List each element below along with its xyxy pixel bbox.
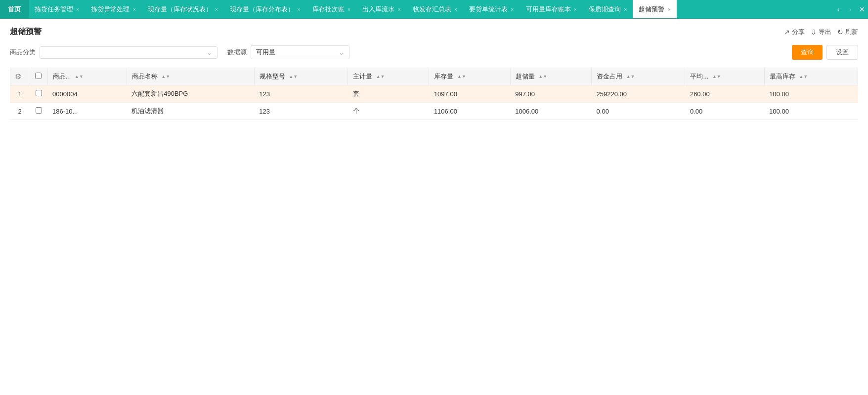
nav-tab-label: 现存量（库存状况表）	[148, 5, 212, 14]
nav-tab-close[interactable]: ×	[624, 6, 627, 12]
nav-tab-label: 收发存汇总表	[413, 5, 451, 14]
row-checkbox-cell	[30, 103, 47, 120]
unit-cell: 套	[348, 85, 429, 103]
max-stock-sort-icon: ▲▼	[799, 75, 808, 79]
nav-tab-label: 要货单统计表	[469, 5, 508, 14]
nav-tab-close[interactable]: ×	[454, 6, 457, 12]
nav-tab-label: 可用量库存账本	[526, 5, 571, 14]
category-filter: 商品分类 ⌄	[10, 46, 217, 59]
row-checkbox[interactable]	[36, 107, 42, 114]
stock-header[interactable]: 库存量 ▲▼	[429, 68, 510, 85]
nav-tab-close[interactable]: ×	[397, 6, 400, 12]
nav-home-label: 首页	[8, 5, 21, 14]
gear-icon[interactable]: ⚙	[15, 72, 21, 80]
overstock-header[interactable]: 超储量 ▲▼	[510, 68, 591, 85]
category-label: 商品分类	[10, 48, 36, 57]
spec-header[interactable]: 规格型号 ▲▼	[254, 68, 347, 85]
nav-tab-pick-exception[interactable]: 拣货异常处理×	[85, 0, 141, 19]
nav-arrows: ‹ › ✕	[832, 0, 868, 19]
unit-label: 主计量	[353, 73, 372, 80]
settings-button[interactable]: 设置	[826, 45, 858, 60]
spec-cell: 123	[254, 103, 347, 120]
max-stock-label: 最高库存	[770, 73, 795, 80]
nav-tab-label: 超储预警	[639, 5, 664, 14]
share-label: 分享	[792, 28, 805, 37]
share-button[interactable]: ↗ 分享	[784, 28, 805, 37]
overstock-label: 超储量	[516, 73, 535, 80]
nav-next-button[interactable]: ›	[844, 0, 856, 19]
nav-tab-close[interactable]: ×	[76, 6, 79, 12]
product-name-cell: 机油滤清器	[127, 103, 254, 120]
overstock-cell: 1006.00	[510, 103, 591, 120]
spec-sort-icon: ▲▼	[289, 75, 298, 79]
nav-prev-button[interactable]: ‹	[832, 0, 844, 19]
row-checkbox-cell	[30, 85, 47, 103]
query-button[interactable]: 查询	[792, 45, 823, 60]
nav-tab-available-book[interactable]: 可用量库存账本×	[520, 0, 583, 19]
data-table: ⚙ 商品... ▲▼ 商品名称 ▲▼ 规格型号 ▲▼ 主计	[10, 68, 858, 120]
nav-tab-label: 库存批次账	[312, 5, 345, 14]
stock-sort-icon: ▲▼	[457, 75, 466, 79]
table-row: 2 186-10... 机油滤清器 123 个 1106.00 1006.00 …	[10, 103, 858, 120]
header-actions: ↗ 分享 ⇩ 导出 ↻ 刷新	[784, 28, 858, 37]
nav-tab-inout-flow[interactable]: 出入库流水×	[356, 0, 406, 19]
select-all-checkbox[interactable]	[35, 73, 42, 79]
product-code-label: 商品...	[53, 73, 71, 80]
export-button[interactable]: ⇩ 导出	[811, 28, 831, 37]
nav-tab-order-stat[interactable]: 要货单统计表×	[463, 0, 520, 19]
max-stock-cell: 100.00	[764, 103, 858, 120]
nav-tab-label: 保质期查询	[589, 5, 621, 14]
datasource-filter: 数据源 可用量 ⌄	[227, 45, 349, 59]
category-arrow-icon: ⌄	[207, 49, 212, 56]
filter-row: 商品分类 ⌄ 数据源 可用量 ⌄ 查询 设置	[10, 45, 858, 60]
overstock-cell: 997.00	[510, 85, 591, 103]
nav-tab-pick-task[interactable]: 拣货任务管理×	[29, 0, 85, 19]
avg-sort-icon: ▲▼	[712, 75, 721, 79]
nav-tab-inventory-dist[interactable]: 现存量（库存分布表）×	[224, 0, 306, 19]
nav-tab-batch-account[interactable]: 库存批次账×	[306, 0, 356, 19]
nav-home[interactable]: 首页	[0, 0, 29, 19]
refresh-icon: ↻	[837, 28, 843, 36]
nav-tab-close[interactable]: ×	[511, 6, 514, 12]
row-number: 2	[10, 103, 30, 120]
avg-header[interactable]: 平均... ▲▼	[685, 68, 764, 85]
nav-tab-inventory-status[interactable]: 现存量（库存状况表）×	[142, 0, 224, 19]
datasource-select[interactable]: 可用量 ⌄	[251, 45, 349, 59]
datasource-label: 数据源	[227, 48, 247, 57]
product-code-sort-icon: ▲▼	[75, 75, 84, 79]
share-icon: ↗	[784, 28, 790, 36]
nav-tab-close[interactable]: ×	[132, 6, 135, 12]
max-stock-header[interactable]: 最高库存 ▲▼	[764, 68, 858, 85]
refresh-label: 刷新	[845, 28, 858, 37]
nav-tab-close[interactable]: ×	[667, 6, 670, 12]
nav-tab-close[interactable]: ×	[215, 6, 218, 12]
stock-cell: 1106.00	[429, 103, 510, 120]
nav-tab-expiry-query[interactable]: 保质期查询×	[583, 0, 633, 19]
product-code-header[interactable]: 商品... ▲▼	[47, 68, 127, 85]
nav-close-button[interactable]: ✕	[856, 0, 868, 19]
product-code-cell: 186-10...	[47, 103, 127, 120]
row-checkbox[interactable]	[36, 90, 42, 96]
spec-cell: 123	[254, 85, 347, 103]
avg-label: 平均...	[690, 73, 708, 80]
category-select[interactable]: ⌄	[40, 46, 217, 59]
stock-cell: 1097.00	[429, 85, 510, 103]
nav-tab-close[interactable]: ×	[347, 6, 350, 12]
product-name-header[interactable]: 商品名称 ▲▼	[127, 68, 254, 85]
checkbox-column-header	[30, 68, 47, 85]
refresh-button[interactable]: ↻ 刷新	[837, 28, 858, 37]
nav-tab-overstock-warning[interactable]: 超储预警×	[633, 0, 676, 19]
nav-tab-label: 拣货任务管理	[35, 5, 73, 14]
nav-tab-collect-summary[interactable]: 收发存汇总表×	[407, 0, 463, 19]
export-label: 导出	[819, 28, 831, 37]
unit-header[interactable]: 主计量 ▲▼	[348, 68, 429, 85]
capital-label: 资金占用	[597, 73, 622, 80]
nav-tab-label: 现存量（库存分布表）	[230, 5, 294, 14]
settings-column-header[interactable]: ⚙	[10, 68, 30, 85]
product-name-cell: 六配套新昌490BPG	[127, 85, 254, 103]
capital-cell: 0.00	[592, 103, 685, 120]
top-navigation: 首页 拣货任务管理×拣货异常处理×现存量（库存状况表）×现存量（库存分布表）×库…	[0, 0, 868, 19]
nav-tab-close[interactable]: ×	[297, 6, 300, 12]
nav-tab-close[interactable]: ×	[574, 6, 577, 12]
capital-header[interactable]: 资金占用 ▲▼	[592, 68, 685, 85]
